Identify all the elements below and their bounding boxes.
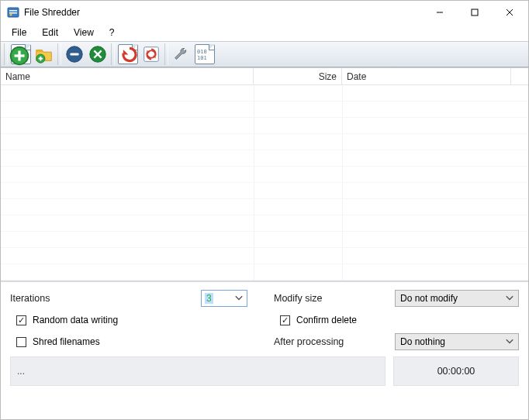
toolbar: 010101: [1, 41, 528, 67]
checkbox-icon: [16, 315, 26, 325]
toolbar-binary-view[interactable]: 010101: [193, 43, 216, 66]
after-processing-label: After processing: [274, 336, 344, 347]
toolbar-excel[interactable]: [86, 43, 109, 66]
list-header: Name Size Date: [1, 68, 528, 85]
statusbar: ... 00:00:00: [1, 356, 528, 395]
col-date[interactable]: Date: [342, 68, 511, 84]
shred-filenames-checkbox[interactable]: Shred filenames: [16, 336, 255, 347]
titlebar: File Shredder: [1, 1, 528, 24]
shred-file-icon: [118, 44, 138, 64]
toolbar-options[interactable]: [170, 43, 193, 66]
toolbar-remove[interactable]: [63, 43, 86, 66]
svg-rect-15: [70, 53, 78, 56]
toolbar-add-folder[interactable]: [33, 43, 56, 66]
app-icon: [7, 6, 19, 19]
folder-add-icon: [34, 44, 54, 64]
status-message: ...: [10, 356, 386, 386]
after-processing-value: Do nothing: [400, 336, 445, 347]
menubar: File Edit View ?: [1, 24, 528, 41]
random-writing-label: Random data writing: [33, 315, 118, 325]
wrench-icon: [171, 44, 192, 64]
modify-size-label: Modify size: [274, 293, 323, 304]
modify-size-value: Do not modify: [400, 293, 458, 304]
toolbar-shred-file[interactable]: [116, 43, 140, 66]
file-list: Name Size Date: [1, 67, 528, 281]
page-add-icon: [11, 44, 31, 64]
binary-icon: 010101: [195, 44, 215, 64]
svg-rect-13: [40, 57, 41, 61]
toolbar-shred-recycle[interactable]: [140, 43, 163, 66]
chevron-down-icon: [504, 336, 515, 347]
minimize-button[interactable]: [422, 1, 457, 24]
remove-icon: [64, 44, 85, 64]
list-body[interactable]: [1, 85, 528, 281]
svg-rect-2: [9, 12, 17, 14]
col-size[interactable]: Size: [254, 68, 342, 84]
random-writing-checkbox[interactable]: Random data writing: [16, 315, 255, 325]
checkbox-icon: [280, 315, 290, 325]
modify-size-dropdown[interactable]: Do not modify: [395, 290, 519, 307]
recycle-arrows-icon: [141, 44, 161, 64]
iterations-combo[interactable]: 3: [201, 290, 247, 307]
settings-panel: Iterations 3 Modify size Do not modify R…: [1, 281, 528, 356]
checkbox-icon: [16, 337, 26, 347]
svg-rect-5: [472, 9, 478, 15]
window-title: File Shredder: [24, 7, 422, 18]
after-processing-dropdown[interactable]: Do nothing: [395, 333, 519, 350]
maximize-button[interactable]: [457, 1, 492, 24]
iterations-label: Iterations: [10, 293, 50, 304]
excel-icon: [88, 44, 108, 64]
chevron-down-icon: [504, 293, 515, 304]
menu-edit[interactable]: Edit: [36, 26, 64, 40]
confirm-delete-checkbox[interactable]: Confirm delete: [280, 315, 519, 325]
toolbar-add-file[interactable]: [9, 43, 33, 66]
shred-filenames-label: Shred filenames: [33, 336, 100, 347]
close-button[interactable]: [492, 1, 527, 24]
iterations-value: 3: [205, 293, 213, 304]
menu-file[interactable]: File: [5, 26, 33, 40]
svg-point-3: [10, 14, 12, 16]
menu-help[interactable]: ?: [103, 26, 121, 40]
col-spacer: [511, 68, 528, 84]
col-name[interactable]: Name: [1, 68, 254, 84]
status-time: 00:00:00: [393, 356, 519, 386]
svg-rect-10: [18, 51, 20, 61]
confirm-delete-label: Confirm delete: [296, 315, 357, 325]
menu-view[interactable]: View: [67, 26, 100, 40]
chevron-down-icon: [233, 293, 244, 304]
svg-rect-1: [9, 10, 17, 12]
